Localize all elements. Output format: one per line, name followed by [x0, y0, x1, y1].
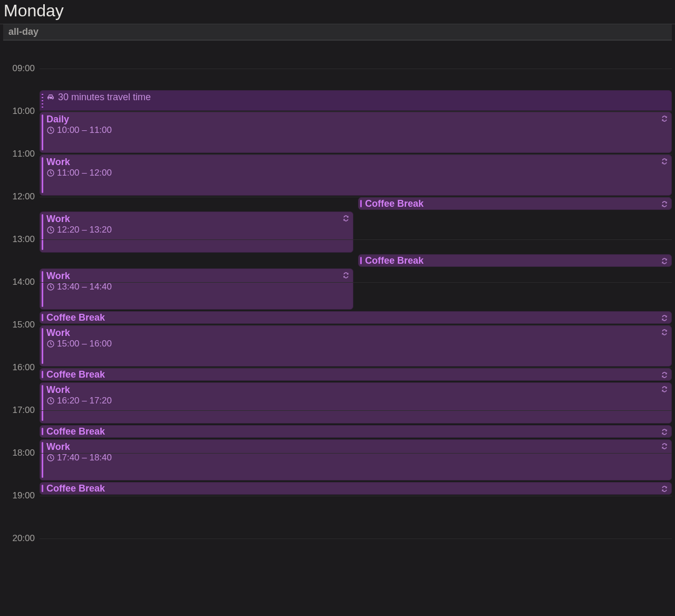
grid-line: [40, 453, 672, 454]
recurring-icon: [342, 215, 350, 222]
grid-line: [40, 111, 672, 112]
grid-line: [40, 69, 672, 69]
day-header: Monday: [0, 0, 675, 24]
event-accent-bar: [42, 442, 43, 478]
event-time-row: 12:20 – 13:20: [46, 225, 349, 235]
travel-time-block[interactable]: 30 minutes travel time: [40, 90, 672, 111]
recurring-icon: [661, 257, 668, 265]
event-time-row: 11:00 – 12:00: [46, 168, 667, 178]
event-accent-bar: [42, 428, 43, 435]
event-title: Work: [46, 156, 667, 168]
calendar-event[interactable]: Daily10:00 – 11:00: [40, 112, 672, 153]
calendar-event[interactable]: Work17:40 – 18:40: [40, 439, 672, 480]
recurring-icon: [661, 115, 668, 122]
event-accent-bar: [42, 314, 43, 321]
time-label: 13:00: [0, 234, 35, 245]
event-title: Coffee Break: [46, 370, 667, 379]
time-label: 10:00: [0, 106, 35, 117]
calendar-event[interactable]: Work15:00 – 16:00: [40, 325, 672, 367]
calendar-event[interactable]: Work12:20 – 13:20: [40, 211, 353, 253]
recurring-icon: [661, 200, 668, 208]
time-label: 17:00: [0, 405, 35, 416]
time-gutter: 09:0010:0011:0012:0013:0014:0015:0016:00…: [0, 41, 40, 560]
calendar-event[interactable]: Work11:00 – 12:00: [40, 155, 672, 196]
calendar-event[interactable]: Coffee Break: [358, 254, 672, 267]
event-accent-bar: [42, 214, 43, 250]
grid-line: [40, 282, 672, 283]
recurring-icon: [661, 314, 668, 322]
grid-line: [40, 325, 672, 325]
event-title: Work: [46, 213, 349, 225]
grid-line: [40, 410, 672, 411]
grid-line: [40, 154, 672, 155]
event-time: 12:20 – 13:20: [57, 225, 112, 235]
calendar-event[interactable]: Coffee Break: [40, 311, 672, 324]
recurring-icon: [342, 272, 350, 279]
recurring-icon: [661, 442, 668, 450]
event-time-row: 13:40 – 14:40: [46, 282, 349, 292]
car-icon: [46, 93, 55, 101]
event-title: Work: [46, 384, 667, 396]
event-time-row: 17:40 – 18:40: [46, 453, 667, 463]
event-accent-bar: [42, 371, 43, 378]
event-accent-bar: [42, 114, 43, 150]
time-label: 19:00: [0, 490, 35, 501]
calendar-event[interactable]: Coffee Break: [40, 482, 672, 495]
calendar-event[interactable]: Work16:20 – 17:20: [40, 382, 672, 424]
event-title: Daily: [46, 113, 667, 125]
travel-label: 30 minutes travel time: [58, 92, 151, 103]
event-accent-bar: [42, 157, 43, 193]
event-accent-bar: [360, 257, 362, 264]
recurring-icon: [661, 158, 668, 165]
event-time: 11:00 – 12:00: [57, 168, 112, 178]
time-label: 18:00: [0, 448, 35, 458]
event-title: Work: [46, 270, 349, 282]
time-label: 11:00: [0, 149, 35, 159]
time-label: 09:00: [0, 63, 35, 74]
event-time-row: 15:00 – 16:00: [46, 339, 667, 349]
event-time: 10:00 – 11:00: [57, 125, 112, 136]
recurring-icon: [661, 329, 668, 336]
event-title: Work: [46, 327, 667, 339]
grid-line: [40, 538, 672, 539]
day-title: Monday: [4, 1, 64, 20]
grid-line: [40, 368, 672, 368]
event-time: 16:20 – 17:20: [57, 396, 112, 406]
time-label: 12:00: [0, 191, 35, 202]
all-day-row[interactable]: all-day: [3, 24, 672, 41]
event-title: Coffee Break: [46, 484, 667, 493]
event-time-row: 10:00 – 11:00: [46, 125, 667, 136]
clock-icon: [46, 397, 55, 405]
clock-icon: [46, 126, 55, 134]
recurring-icon: [661, 485, 668, 493]
event-time: 15:00 – 16:00: [57, 339, 112, 349]
calendar-event[interactable]: Work13:40 – 14:40: [40, 268, 353, 310]
event-title: Coffee Break: [365, 256, 667, 265]
calendar-event[interactable]: Coffee Break: [40, 425, 672, 438]
recurring-icon: [661, 428, 668, 436]
clock-icon: [46, 283, 55, 291]
all-day-label: all-day: [8, 26, 38, 37]
event-time: 13:40 – 14:40: [57, 282, 112, 292]
calendar-event[interactable]: Coffee Break: [40, 368, 672, 381]
event-title: Work: [46, 441, 667, 453]
event-accent-bar: [42, 485, 43, 492]
time-label: 14:00: [0, 277, 35, 287]
events-layer: 30 minutes travel timeDaily10:00 – 11:00…: [40, 41, 672, 560]
event-accent-bar: [360, 200, 362, 207]
travel-accent-dots: [42, 93, 43, 109]
calendar-event[interactable]: Coffee Break: [358, 197, 672, 210]
time-label: 16:00: [0, 362, 35, 373]
clock-icon: [46, 226, 55, 234]
clock-icon: [46, 169, 55, 177]
event-time-row: 16:20 – 17:20: [46, 396, 667, 406]
grid-line: [40, 239, 672, 240]
event-time: 17:40 – 18:40: [57, 453, 112, 463]
timeline[interactable]: 09:0010:0011:0012:0013:0014:0015:0016:00…: [0, 41, 672, 560]
event-title: Coffee Break: [365, 199, 667, 208]
travel-row: 30 minutes travel time: [46, 92, 667, 103]
recurring-icon: [661, 371, 668, 379]
clock-icon: [46, 454, 55, 462]
event-title: Coffee Break: [46, 427, 667, 436]
clock-icon: [46, 340, 55, 348]
